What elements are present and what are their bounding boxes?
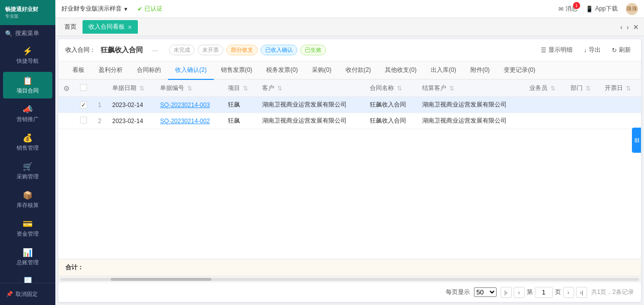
app-download-button[interactable]: 📱 App下载	[586, 5, 618, 13]
side-action-button[interactable]: ≡	[632, 128, 641, 153]
page-label: 第	[527, 288, 533, 296]
page-navigation: |‹ ‹ 第 页 › ›|	[501, 287, 587, 298]
project-cell: 狂飙	[223, 113, 257, 129]
tab-tax-invoice[interactable]: 税务发票(0)	[259, 61, 305, 80]
content-panel: 收入合同： 狂飙收入合同 ··· 未完成 未开票 部分收支 已收入确认 已生效 …	[58, 39, 641, 302]
document-number-link[interactable]: SQ-20230214-003	[160, 101, 210, 109]
sidebar-item-project[interactable]: 📋 项目合同	[3, 72, 52, 98]
customer-cell: 湖南卫视商业运营发展有限公司	[257, 97, 364, 113]
message-badge: 1	[573, 2, 580, 9]
sidebar-item-inventory[interactable]: 📦 库存核算	[3, 186, 52, 213]
tab-attachment[interactable]: 附件(0)	[463, 61, 497, 80]
sidebar-item-marketing[interactable]: 📣 营销推广	[3, 100, 52, 127]
select-all-checkbox[interactable]	[80, 84, 87, 91]
status-tag-effective[interactable]: 已生效	[300, 45, 326, 55]
tab-payment[interactable]: 收付款(2)	[339, 61, 378, 80]
status-tag-confirmed[interactable]: 已收入确认	[261, 45, 297, 55]
sidebar: 畅捷通好业财 专业版 🔍 搜索菜单 ⚡ 快捷导航 📋 项目合同 📣 营销推广 💰…	[0, 0, 55, 305]
invoice-date-col-header[interactable]: 开票日 ⇅	[600, 80, 641, 97]
scrollbar-thumb[interactable]	[111, 278, 211, 281]
dept-col-header[interactable]: 部门 ⇅	[566, 80, 600, 97]
status-tag-uninvoiced[interactable]: 未开票	[198, 45, 223, 55]
more-options-button[interactable]: ···	[152, 46, 158, 54]
next-page-button[interactable]: ›	[563, 287, 574, 298]
end-customer-col-header[interactable]: 结算客户 ⇅	[417, 80, 524, 97]
contract-header: 收入合同： 狂飙收入合同 ··· 未完成 未开票 部分收支 已收入确认 已生效 …	[58, 39, 641, 61]
topbar: 好业财专业版演示样音 ▾ ✔ 已认证 ✉ 1 消息 📱 App下载 珠珠	[55, 0, 644, 18]
sidebar-item-label: 库存核算	[17, 201, 39, 209]
chevron-down-icon: ▾	[124, 6, 127, 13]
tab-purchase[interactable]: 采购(0)	[305, 61, 339, 80]
home-tab[interactable]: 首页	[60, 23, 80, 31]
table-row[interactable]: ✓ 1 2023-02-14 SQ-20230214-003 狂飙 湖南卫视商业…	[58, 97, 641, 113]
page-unit-label: 页	[555, 288, 561, 296]
invoice-icon: 🧾	[23, 276, 33, 283]
tab-warehouse[interactable]: 出入库(0)	[424, 61, 463, 80]
sidebar-item-ledger[interactable]: 📊 总账管理	[3, 244, 52, 270]
invoice-date-cell	[600, 113, 641, 129]
first-page-button[interactable]: |‹	[501, 287, 512, 298]
last-page-button[interactable]: ›|	[576, 287, 587, 298]
sidebar-item-finance[interactable]: 💳 资金管理	[3, 215, 52, 242]
project-col-header[interactable]: 项目 ⇅	[223, 80, 257, 97]
contract-name-col-header[interactable]: 合同名称 ⇅	[365, 80, 417, 97]
checkbox-cell[interactable]	[75, 113, 92, 129]
number-cell[interactable]: SQ-20230214-002	[155, 113, 223, 129]
search-menu[interactable]: 🔍 搜索菜单	[0, 25, 55, 42]
page-input[interactable]	[535, 287, 553, 298]
tab-changes[interactable]: 变更记录(0)	[497, 61, 542, 80]
end-customer-cell: 湖南卫视商业运营发展有限公司	[417, 113, 524, 129]
row-checkbox[interactable]: ✓	[80, 101, 87, 109]
tab-next-icon[interactable]: ›	[626, 23, 629, 31]
horizontal-scrollbar[interactable]	[58, 276, 641, 282]
table-area: ⚙ 单据日期 ⇅	[58, 80, 641, 259]
app-name: 畅捷通好业财	[5, 6, 38, 13]
show-detail-button[interactable]: ☰ 显示明细	[538, 44, 576, 56]
customer-col-header[interactable]: 客户 ⇅	[257, 80, 364, 97]
close-tab-button[interactable]: ×	[128, 23, 132, 31]
refresh-button[interactable]: ↻ 刷新	[609, 44, 634, 56]
per-page-select[interactable]: 20 50 100	[474, 287, 497, 297]
status-tag-partial[interactable]: 部分收支	[226, 45, 258, 55]
export-button[interactable]: ↓ 导出	[581, 44, 604, 56]
date-col-header[interactable]: 单据日期 ⇅	[107, 80, 155, 97]
table-body: ✓ 1 2023-02-14 SQ-20230214-003 狂飙 湖南卫视商业…	[58, 97, 641, 129]
prev-page-button[interactable]: ‹	[514, 287, 525, 298]
tab-revenue[interactable]: 收入确认(2)	[168, 61, 214, 80]
settings-cell	[58, 97, 75, 113]
side-expand-icon: ≡	[631, 138, 641, 143]
status-tag-uncomplete[interactable]: 未完成	[169, 45, 195, 55]
tab-sales-invoice[interactable]: 销售发票(0)	[214, 61, 260, 80]
company-selector[interactable]: 好业财专业版演示样音 ▾	[61, 5, 127, 13]
sidebar-item-sales[interactable]: 💰 销售管理	[3, 129, 52, 156]
contract-name-sort-icon: ⇅	[397, 85, 402, 92]
tab-profit[interactable]: 盈利分析	[92, 61, 130, 80]
company-name: 好业财专业版演示样音	[61, 5, 122, 13]
checkbox-cell[interactable]: ✓	[75, 97, 92, 113]
number-col-header[interactable]: 单据编号 ⇅	[155, 80, 223, 97]
tab-prev-icon[interactable]: ‹	[620, 23, 623, 31]
search-icon: 🔍	[5, 30, 13, 37]
document-number-link[interactable]: SQ-20230214-002	[160, 118, 210, 125]
sidebar-item-invoice[interactable]: 🧾 发票管理	[3, 272, 52, 283]
project-cell: 狂飙	[223, 97, 257, 113]
tab-close-icon[interactable]: ✕	[633, 23, 639, 31]
sidebar-item-label: 销售管理	[17, 144, 39, 152]
sidebar-item-purchase[interactable]: 🛒 采购管理	[3, 158, 52, 184]
sales-icon: 💰	[23, 133, 33, 143]
column-settings-icon[interactable]: ⚙	[63, 84, 70, 92]
active-tab[interactable]: 收入合同看板 ×	[83, 20, 138, 34]
user-profile[interactable]: 珠珠	[626, 3, 638, 15]
table-row[interactable]: 2 2023-02-14 SQ-20230214-002 狂飙 湖南卫视商业运营…	[58, 113, 641, 129]
row-checkbox[interactable]	[80, 117, 87, 124]
tab-kanban[interactable]: 看板	[65, 61, 92, 80]
cert-status: ✔ 已认证	[137, 5, 163, 13]
message-button[interactable]: ✉ 1 消息	[558, 5, 578, 13]
tab-subject[interactable]: 合同标的	[130, 61, 168, 80]
tab-controls: ‹ › ✕	[620, 23, 639, 31]
tab-other[interactable]: 其他收支(0)	[378, 61, 424, 80]
salesperson-col-header[interactable]: 业务员 ⇅	[524, 80, 566, 97]
unpin-button[interactable]: 📌 取消固定	[4, 287, 51, 301]
sidebar-item-quicknav[interactable]: ⚡ 快捷导航	[3, 42, 52, 69]
number-cell[interactable]: SQ-20230214-003	[155, 97, 223, 113]
